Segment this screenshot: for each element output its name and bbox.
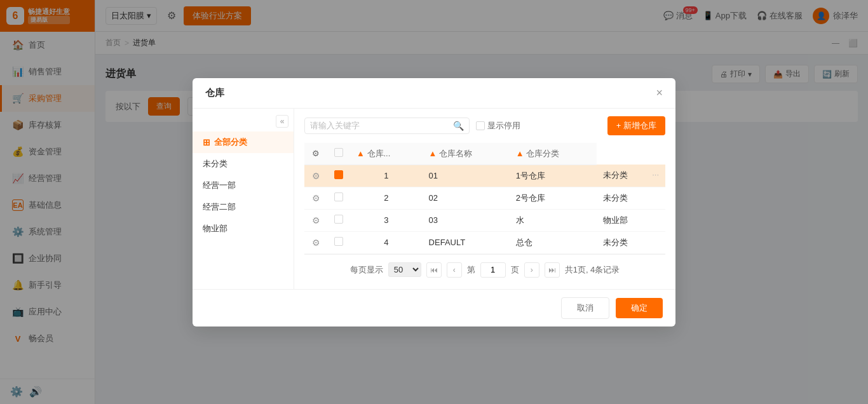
row-code-cell: 03 xyxy=(423,209,510,231)
show-disabled-text: 显示停用 xyxy=(487,120,520,131)
modal-category-sidebar: « ⊞ 全部分类 未分类 经营一部 经营二部 物业部 xyxy=(193,109,294,289)
per-page-label: 每页显示 xyxy=(350,264,383,276)
warehouse-table: ⚙ ▲ 仓库... ▲ xyxy=(304,143,665,254)
row-gear-cell: ⚙ xyxy=(304,209,327,231)
category-all-label: 全部分类 xyxy=(214,137,247,148)
row-category-cell: 未分类 ··· xyxy=(597,165,665,187)
table-body: ⚙ 1 01 1号仓库 未分类 ··· ⚙ 2 02 2号仓库 未分类 ⚙ xyxy=(304,165,665,253)
page-next-button[interactable]: › xyxy=(524,262,539,278)
category-dept1[interactable]: 经营一部 xyxy=(193,175,294,196)
col-category-label: 仓库分类 xyxy=(526,149,559,158)
row-category-cell: 物业部 xyxy=(597,209,665,231)
category-property-label: 物业部 xyxy=(203,223,227,234)
modal-body: « ⊞ 全部分类 未分类 经营一部 经营二部 物业部 xyxy=(193,109,675,289)
warehouse-table-element: ⚙ ▲ 仓库... ▲ xyxy=(304,143,665,254)
row-checkbox[interactable] xyxy=(334,170,343,179)
category-dept2-label: 经营二部 xyxy=(203,201,236,213)
modal-overlay[interactable]: 仓库 × « ⊞ 全部分类 未分类 经营一部 xyxy=(0,0,868,404)
table-row[interactable]: ⚙ 4 DEFAULT 总仓 未分类 xyxy=(304,231,665,253)
row-gear-icon[interactable]: ⚙ xyxy=(312,193,320,203)
row-code-cell: 01 xyxy=(423,165,510,187)
row-gear-cell: ⚙ xyxy=(304,187,327,209)
col-code-label: 仓库... xyxy=(367,149,391,158)
modal-header: 仓库 × xyxy=(193,78,675,109)
row-category-cell: 未分类 xyxy=(597,231,665,253)
row-check-cell xyxy=(327,231,350,253)
row-num-cell: 2 xyxy=(350,187,423,209)
page-last-button[interactable]: ⏭ xyxy=(545,262,560,278)
row-checkbox[interactable] xyxy=(334,215,343,224)
category-dept1-label: 经营一部 xyxy=(203,180,236,191)
row-checkbox[interactable] xyxy=(334,237,343,246)
col-name-label: 仓库名称 xyxy=(439,149,472,158)
collapse-area: « xyxy=(193,115,294,131)
row-gear-cell: ⚙ xyxy=(304,165,327,187)
row-num-cell: 4 xyxy=(350,231,423,253)
col-header-category: ▲ 仓库分类 xyxy=(510,143,597,165)
col-header-code: ▲ 仓库... xyxy=(350,143,423,165)
page-prev-button[interactable]: ‹ xyxy=(447,262,462,278)
row-code-cell: DEFAULT xyxy=(423,231,510,253)
row-gear-icon[interactable]: ⚙ xyxy=(312,171,320,181)
category-all-icon: ⊞ xyxy=(203,137,210,147)
row-check-cell xyxy=(327,209,350,231)
page-input[interactable] xyxy=(480,262,506,278)
col-header-name: ▲ 仓库名称 xyxy=(423,143,510,165)
row-check-cell xyxy=(327,187,350,209)
row-name-cell: 总仓 xyxy=(510,231,597,253)
select-all-checkbox[interactable] xyxy=(334,148,343,157)
search-icon[interactable]: 🔍 xyxy=(453,121,464,131)
col-header-gear: ⚙ xyxy=(304,143,327,165)
gear-header-icon[interactable]: ⚙ xyxy=(312,149,320,158)
search-input[interactable] xyxy=(310,121,451,130)
table-header: ⚙ ▲ 仓库... ▲ xyxy=(304,143,665,165)
row-check-cell xyxy=(327,165,350,187)
page-label: 第 xyxy=(467,264,475,276)
category-none[interactable]: 未分类 xyxy=(193,153,294,175)
table-row[interactable]: ⚙ 1 01 1号仓库 未分类 ··· xyxy=(304,165,665,187)
page-total: 共1页, 4条记录 xyxy=(565,264,620,276)
category-dept2[interactable]: 经营二部 xyxy=(193,196,294,218)
pagination: 每页显示 50 10 20 100 ⏮ ‹ 第 页 › ⏭ 共1页, 4条记录 xyxy=(304,254,665,281)
row-category-cell: 未分类 xyxy=(597,187,665,209)
category-all[interactable]: ⊞ 全部分类 xyxy=(193,131,294,153)
row-gear-cell: ⚙ xyxy=(304,231,327,253)
row-name-cell: 2号仓库 xyxy=(510,187,597,209)
sort-icon-cat: ▲ xyxy=(516,149,524,158)
table-row[interactable]: ⚙ 3 03 水 物业部 xyxy=(304,209,665,231)
collapse-button[interactable]: « xyxy=(276,115,288,128)
row-actions[interactable]: ··· xyxy=(652,170,659,179)
row-gear-icon[interactable]: ⚙ xyxy=(312,215,320,226)
page-first-button[interactable]: ⏮ xyxy=(426,262,442,278)
modal-main-content: 🔍 显示停用 + 新增仓库 ⚙ xyxy=(294,109,675,289)
per-page-select[interactable]: 50 10 20 100 xyxy=(388,262,421,277)
row-gear-icon[interactable]: ⚙ xyxy=(312,238,320,248)
cancel-button[interactable]: 取消 xyxy=(561,297,609,319)
row-num-cell: 3 xyxy=(350,209,423,231)
confirm-button[interactable]: 确定 xyxy=(616,298,663,318)
add-warehouse-button[interactable]: + 新增仓库 xyxy=(607,116,665,135)
warehouse-modal: 仓库 × « ⊞ 全部分类 未分类 经营一部 xyxy=(193,78,675,327)
table-row[interactable]: ⚙ 2 02 2号仓库 未分类 xyxy=(304,187,665,209)
category-none-label: 未分类 xyxy=(203,158,227,170)
search-input-wrap: 🔍 xyxy=(304,118,470,134)
show-disabled-checkbox[interactable] xyxy=(476,121,485,130)
row-name-cell: 1号仓库 xyxy=(510,165,597,187)
row-checkbox[interactable] xyxy=(334,192,343,201)
modal-actions: 取消 确定 xyxy=(193,289,675,327)
row-name-cell: 水 xyxy=(510,209,597,231)
sort-icon-name: ▲ xyxy=(429,149,437,158)
row-code-cell: 02 xyxy=(423,187,510,209)
modal-title: 仓库 xyxy=(205,87,224,99)
modal-close-button[interactable]: × xyxy=(656,87,663,98)
row-num-cell: 1 xyxy=(350,165,423,187)
col-header-check xyxy=(327,143,350,165)
page-end-label: 页 xyxy=(511,264,519,276)
category-property[interactable]: 物业部 xyxy=(193,218,294,239)
modal-toolbar: 🔍 显示停用 + 新增仓库 xyxy=(304,116,665,135)
sort-icon: ▲ xyxy=(356,149,365,158)
show-disabled-label[interactable]: 显示停用 xyxy=(476,120,520,131)
